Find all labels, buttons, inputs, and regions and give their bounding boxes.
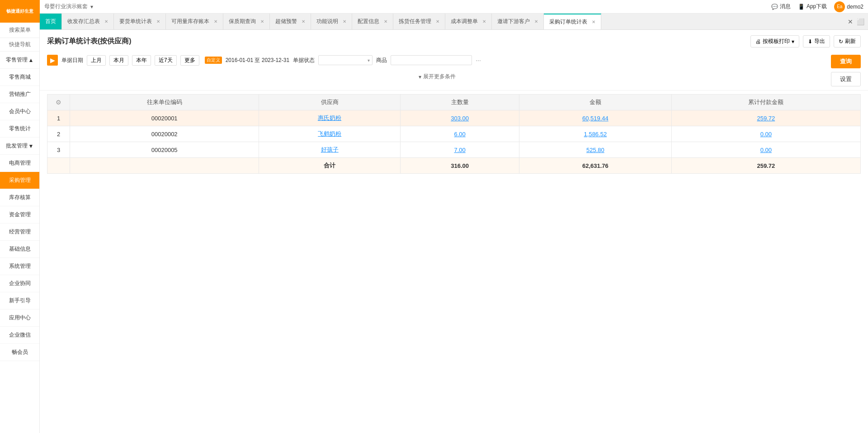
page-header-actions: 🖨 按模板打印 ▾ ⬇ 导出 ↻ 刷新 [750,35,861,48]
expand-more-button[interactable]: ▾ 展开更多条件 [419,71,456,82]
sidebar-item-zijin[interactable]: 资金管理 [0,206,39,224]
tab-close-icon[interactable]: ✕ [592,19,595,24]
sidebar-item-lingshoutj[interactable]: 零售统计 [0,120,39,138]
sidebar-item-jichu[interactable]: 基础信息 [0,241,39,258]
mobile-icon: 📱 [798,4,805,10]
sidebar-item-label: 库存核算 [9,194,31,200]
paid-link[interactable]: 259.72 [757,115,775,122]
paid-link[interactable]: 0.00 [760,131,772,138]
tab-label: 首页 [45,18,56,25]
supplier-link[interactable]: 好孩子 [321,146,339,153]
row-paid: 0.00 [671,126,860,142]
tab-close-icon[interactable]: ✕ [260,19,264,24]
column-settings-icon[interactable]: ⚙ [56,99,61,106]
tab-bar: 首页 收发存汇总表 ✕ 要货单统计表 ✕ 可用量库存账本 ✕ 保质期查询 ✕ 超… [40,14,868,30]
export-button[interactable]: ⬇ 导出 [803,35,830,48]
tab-label: 功能说明 [316,18,338,25]
table-row: 3 00020005 好孩子 7.00 525.80 0.00 [47,142,861,158]
filter-date-jin7[interactable]: 近7天 [155,55,177,66]
col-settings-header: ⚙ [47,95,70,110]
sidebar-item-xinshou[interactable]: 新手引导 [0,292,39,309]
print-button[interactable]: 🖨 按模板打印 ▾ [750,35,799,48]
message-button[interactable]: 💬 消息 [771,3,791,10]
filter-more-dots-icon[interactable]: ··· [476,57,481,64]
sidebar-item-dianshangl[interactable]: 电商管理 [0,155,39,172]
tab-chengben[interactable]: 成本调整单 ✕ [445,14,492,30]
tab-baozhouxun[interactable]: 保质期查询 ✕ [223,14,270,30]
sidebar-item-label: 采购管理 [9,177,31,183]
tab-close-icon[interactable]: ✕ [534,19,538,24]
tab-label: 成本调整单 [451,18,478,25]
sidebar-item-xitong[interactable]: 系统管理 [0,258,39,275]
sidebar-item-pifa[interactable]: 批发管理 ▼ [0,138,39,155]
qty-link[interactable]: 6.00 [454,131,465,138]
tab-caigou[interactable]: 采购订单统计表 ✕ [544,14,601,30]
table-row: 1 00020001 惠氏奶粉 303.00 60,519.44 259.72 [47,110,861,126]
filter-toggle-button[interactable]: ▶ [47,55,58,66]
paid-link[interactable]: 0.00 [760,147,772,153]
breadcrumb-arrow: ▾ [90,4,93,10]
amount-link[interactable]: 1,586.52 [584,131,607,138]
sidebar-item-qiyexietong[interactable]: 企业协同 [0,275,39,292]
sidebar-item-label: 应用中心 [9,314,31,321]
sidebar-item-label: 会员中心 [9,108,31,114]
search-menu-label[interactable]: 搜索菜单 [9,27,31,33]
sidebar-item-huiyuan[interactable]: 会员中心 [0,103,39,120]
sidebar-item-jingying[interactable]: 经营管理 [0,224,39,241]
query-button[interactable]: 查询 [831,55,861,68]
filter-date-gengduo[interactable]: 更多 [180,55,199,66]
tab-shoufayuhui[interactable]: 收发存汇总表 ✕ [62,14,114,30]
tab-close-icon[interactable]: ✕ [384,19,387,24]
supplier-link[interactable]: 飞鹤奶粉 [318,130,341,137]
sidebar-item-yingxiao[interactable]: 营销推广 [0,86,39,103]
tab-close-icon[interactable]: ✕ [156,19,160,24]
sidebar-item-changhui[interactable]: 畅会员 [0,344,39,361]
tab-home[interactable]: 首页 [40,14,62,30]
tab-maximize-icon[interactable]: ⬜ [857,18,864,25]
tab-close-icon[interactable]: ✕ [214,19,217,24]
table-wrapper: ⚙ 往来单位编码 供应商 主数量 金额 累计付款金额 1 00020001 [40,90,868,177]
sidebar-item-caigou[interactable]: 采购管理 [0,172,39,189]
shortcut-nav-label[interactable]: 快捷导航 [9,41,31,48]
tab-chaochuyujing[interactable]: 超储预警 ✕ [270,14,311,30]
tab-close-all-icon[interactable]: ✕ [848,18,853,25]
tab-tuohuo[interactable]: 拣货任务管理 ✕ [393,14,445,30]
tab-close-icon[interactable]: ✕ [482,19,486,24]
tab-yaoqing[interactable]: 邀请下游客户 ✕ [492,14,544,30]
qty-link[interactable]: 7.00 [454,147,465,153]
refresh-button[interactable]: ↻ 刷新 [834,35,861,48]
tab-close-icon[interactable]: ✕ [436,19,439,24]
tab-peizhi[interactable]: 配置信息 ✕ [352,14,393,30]
data-table: ⚙ 往来单位编码 供应商 主数量 金额 累计付款金额 1 00020001 [47,94,861,174]
user-name: demo2 [847,4,863,10]
qty-link[interactable]: 303.00 [451,115,469,122]
tab-close-icon[interactable]: ✕ [343,19,346,24]
filter-settings-button[interactable]: 设置 [831,72,861,86]
tab-close-icon[interactable]: ✕ [302,19,305,24]
tab-keyongliang[interactable]: 可用量库存账本 ✕ [166,14,223,30]
sidebar-item-qiyeweixin[interactable]: 企业微信 [0,327,39,344]
refresh-label: 刷新 [845,38,856,45]
sidebar-item-lingshouguan[interactable]: 零售管理 ▲ [0,52,39,69]
search-menu[interactable]: 搜索菜单 [0,23,39,38]
sidebar-item-kucun[interactable]: 库存核算 [0,189,39,206]
row-qty: 303.00 [401,110,519,126]
tab-close-icon[interactable]: ✕ [104,19,108,24]
sidebar-item-lingshangcheng[interactable]: 零售商城 [0,69,39,86]
supplier-link[interactable]: 惠氏奶粉 [318,114,341,121]
sidebar-item-yingyong[interactable]: 应用中心 [0,309,39,327]
app-download-button[interactable]: 📱 App下载 [798,3,827,10]
filter-goods-input[interactable] [391,55,472,65]
shortcut-nav[interactable]: 快捷导航 [0,38,39,52]
avatar: Ea [834,1,845,12]
tab-yaohuodantongji[interactable]: 要货单统计表 ✕ [114,14,166,30]
user-profile[interactable]: Ea demo2 [834,1,863,12]
sidebar: 畅捷通好生意 搜索菜单 快捷导航 零售管理 ▲ 零售商城 营销推广 会员中心 零… [0,0,40,433]
filter-date-benyu[interactable]: 本月 [109,55,128,66]
tab-gongneng[interactable]: 功能说明 ✕ [311,14,352,30]
amount-link[interactable]: 60,519.44 [582,115,609,122]
filter-date-bennian[interactable]: 本年 [132,55,151,66]
filter-date-shangyu[interactable]: 上月 [87,55,106,66]
amount-link[interactable]: 525.80 [586,147,604,153]
filter-status-select[interactable] [318,55,373,65]
